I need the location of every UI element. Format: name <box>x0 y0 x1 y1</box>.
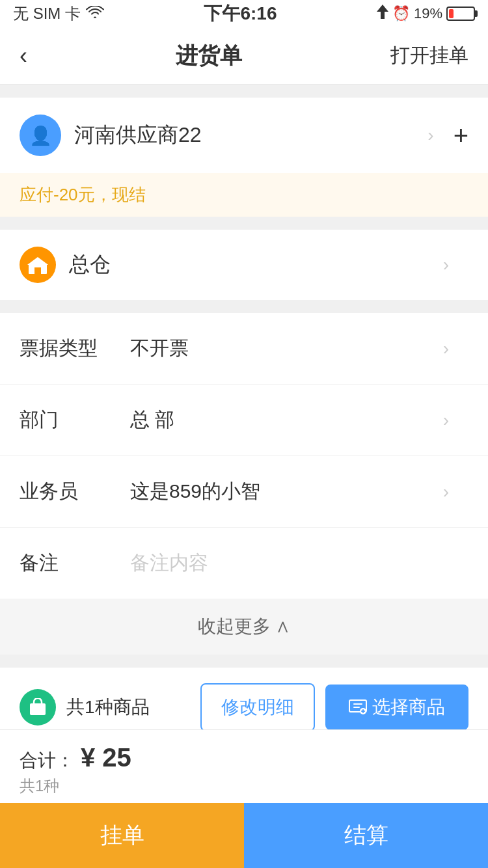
supplier-name: 河南供应商22 <box>74 121 427 150</box>
salesperson-row[interactable]: 业务员 这是859的小智 › <box>0 456 488 528</box>
divider-4 <box>0 655 488 668</box>
divider-3 <box>0 300 488 313</box>
ticket-type-row[interactable]: 票据类型 不开票 › <box>0 313 488 385</box>
total-label: 合计： <box>20 748 74 773</box>
remark-value: 备注内容 <box>111 550 468 576</box>
total-amount: ¥ 25 <box>81 743 131 772</box>
location-icon <box>377 5 388 23</box>
bottom-bar: 合计： ¥ 25 共1种 挂单 结算 <box>0 729 488 868</box>
status-bar: 无 SIM 卡 下午6:16 ⏰ 19% <box>0 0 488 27</box>
select-product-button[interactable]: 选择商品 <box>325 685 468 730</box>
ticket-type-value: 不开票 <box>111 335 443 362</box>
product-icon <box>20 689 56 726</box>
department-label: 部门 <box>20 407 111 433</box>
notice-bar: 应付-20元，现结 <box>0 173 488 217</box>
open-hold-button[interactable]: 打开挂单 <box>390 42 468 69</box>
wifi-icon <box>86 5 104 23</box>
carrier-label: 无 SIM 卡 <box>13 3 81 24</box>
supplier-section: 👤 河南供应商22 › + 应付-20元，现结 <box>0 98 488 217</box>
supplier-chevron-icon: › <box>427 125 433 146</box>
supplier-avatar: 👤 <box>20 115 61 156</box>
department-row[interactable]: 部门 总 部 › <box>0 385 488 456</box>
salesperson-value: 这是859的小智 <box>111 478 443 505</box>
battery-icon <box>446 7 475 21</box>
warehouse-section[interactable]: 总仓 › <box>0 230 488 300</box>
back-button[interactable]: ‹ <box>20 42 27 70</box>
checkout-button[interactable]: 结算 <box>244 803 488 868</box>
department-value: 总 部 <box>111 407 443 433</box>
alarm-icon: ⏰ <box>392 5 410 22</box>
warehouse-icon <box>20 247 56 283</box>
ticket-type-label: 票据类型 <box>20 335 111 362</box>
nav-bar: ‹ 进货单 打开挂单 <box>0 27 488 85</box>
product-count: 共1种商品 <box>66 695 200 720</box>
warehouse-name: 总仓 <box>69 251 443 279</box>
collapse-button[interactable]: 收起更多 ∧ <box>0 599 488 655</box>
battery-percent: 19% <box>414 5 442 22</box>
divider-1 <box>0 85 488 98</box>
remark-row[interactable]: 备注 备注内容 <box>0 528 488 599</box>
department-chevron-icon: › <box>443 410 449 431</box>
total-count: 共1种 <box>20 776 468 796</box>
edit-detail-button[interactable]: 修改明细 <box>200 683 315 731</box>
svg-rect-2 <box>30 703 46 715</box>
ticket-type-chevron-icon: › <box>443 338 449 359</box>
page-title: 进货单 <box>176 41 242 71</box>
hold-button[interactable]: 挂单 <box>0 803 244 868</box>
time-label: 下午6:16 <box>204 1 277 26</box>
warehouse-chevron-icon: › <box>443 254 449 275</box>
salesperson-chevron-icon: › <box>443 481 449 502</box>
add-button[interactable]: + <box>454 121 468 150</box>
divider-2 <box>0 217 488 230</box>
svg-rect-1 <box>34 267 41 274</box>
salesperson-label: 业务员 <box>20 478 111 505</box>
form-section: 票据类型 不开票 › 部门 总 部 › 业务员 这是859的小智 › 备注 备注… <box>0 313 488 599</box>
remark-label: 备注 <box>20 550 111 576</box>
